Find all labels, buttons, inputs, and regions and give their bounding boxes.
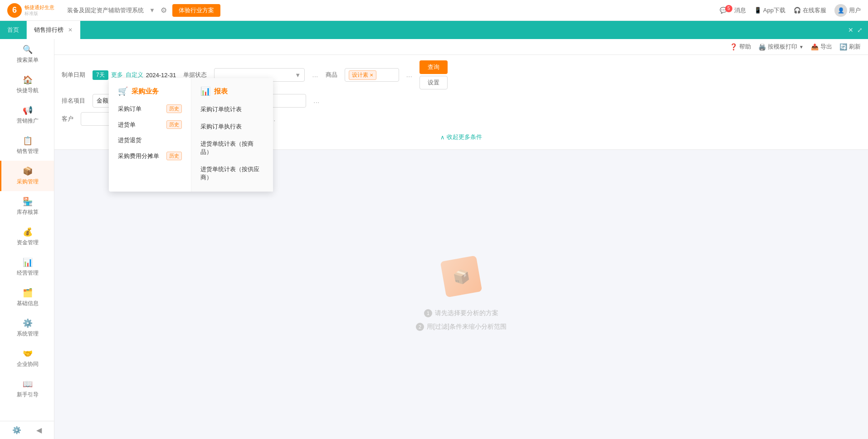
user-label: 用户: [849, 6, 861, 15]
sidebar-item-quicknav[interactable]: 🏠 快捷导航: [0, 69, 54, 100]
sidebar-item-operations[interactable]: 📊 经营管理: [0, 252, 54, 282]
export-icon: 📤: [811, 43, 819, 50]
notification-label: 消息: [734, 6, 746, 15]
dropdown-item-receipt-stats-supplier[interactable]: 进货单统计表（按供应商）: [191, 161, 273, 186]
dropdown-item-purchase-expense[interactable]: 采购费用分摊单 历史: [109, 148, 191, 164]
tab-sales-ranking-label: 销售排行榜: [34, 26, 63, 34]
query-button[interactable]: 查询: [419, 60, 448, 74]
dropdown-item-receipt-stats-goods[interactable]: 进货单统计表（按商品）: [191, 135, 273, 161]
dropdown-item-purchase-order[interactable]: 采购订单 历史: [109, 101, 191, 117]
template-print-arrow[interactable]: ▼: [799, 44, 804, 49]
dropdown-purchase-col: 🛒 采购业务 采购订单 历史 进货单 历史 进货退货 采购费用分摊单 历史: [109, 78, 191, 192]
template-print-item[interactable]: 🖨️ 按模板打印 ▼: [758, 43, 804, 51]
sidebar-item-inventory[interactable]: 🏪 库存核算: [0, 191, 54, 222]
history-badge-0: 历史: [166, 104, 182, 113]
empty-state: 📦 1 请先选择要分析的方案 2 用[过滤]条件来缩小分析范围: [54, 150, 868, 439]
gear-icon: ⚙️: [23, 318, 33, 328]
report-header-icon: 📊: [200, 86, 210, 96]
sidebar-item-purchase[interactable]: 📦 采购管理: [0, 161, 54, 191]
tab-close-btn[interactable]: ✕: [848, 26, 853, 34]
sidebar: 🔍 搜索菜单 🏠 快捷导航 📢 营销推广 📋 销售管理 📦 采购管理 🏪 库存核…: [0, 39, 54, 439]
print-icon: 🖨️: [758, 43, 766, 50]
dropdown-item-order-stats[interactable]: 采购订单统计表: [191, 101, 273, 118]
sidebar-item-finance[interactable]: 💰 资金管理: [0, 222, 54, 252]
history-badge-1: 历史: [166, 120, 182, 129]
rank-label: 排名项目: [62, 97, 85, 105]
home-icon: 🏠: [23, 75, 33, 85]
dropdown-item-order-exec[interactable]: 采购订单执行表: [191, 118, 273, 135]
date-value: 2024-12-31: [146, 72, 176, 79]
help-item[interactable]: ❓ 帮助: [730, 43, 751, 51]
empty-hint-2: 2 用[过滤]条件来缩小分析范围: [416, 323, 507, 331]
tab-sales-ranking[interactable]: 销售排行榜 ✕: [27, 21, 80, 39]
main-content: ❓ 帮助 🖨️ 按模板打印 ▼ 📤 导出 🔄 刷新 制单日期: [54, 39, 868, 439]
collapse-sidebar-icon[interactable]: ◀: [36, 426, 42, 434]
box-icon: 📦: [23, 166, 33, 176]
hint-circle-1: 1: [424, 309, 432, 317]
megaphone-icon: 📢: [23, 105, 33, 115]
sidebar-item-search[interactable]: 🔍 搜索菜单: [0, 39, 54, 69]
help-icon: ❓: [730, 43, 737, 50]
handshake-icon: 🤝: [23, 349, 33, 359]
money-icon: 💰: [23, 227, 33, 237]
date-7days[interactable]: 7天: [93, 70, 108, 80]
empty-illustration: 📦: [434, 258, 488, 304]
dropdown-item-goods-return[interactable]: 进货退货: [109, 133, 191, 148]
settings-bottom-icon[interactable]: ⚙️: [12, 426, 21, 434]
sidebar-item-marketing[interactable]: 📢 营销推广: [0, 100, 54, 130]
doc-status-dots[interactable]: ...: [312, 71, 318, 79]
action-col: 查询 设置: [419, 60, 448, 89]
goods-tag-close[interactable]: ✕: [370, 73, 373, 78]
tab-maximize-btn[interactable]: ⤢: [857, 26, 863, 34]
goods-dots[interactable]: ...: [406, 71, 412, 79]
collapse-text: 收起更多条件: [447, 133, 482, 141]
clipboard-icon: 📋: [23, 136, 33, 146]
logo-text: 畅捷通好生意 标准版: [24, 4, 54, 16]
system-title: 装备及固定资产辅助管理系统: [67, 6, 144, 15]
top-right: 💬 5 消息 📱 App下载 🎧 在线客服 👤 用户: [720, 4, 861, 17]
sidebar-item-newguide[interactable]: 📖 新手引导: [0, 374, 54, 404]
mobile-icon: 📱: [754, 7, 761, 14]
sidebar-item-basicinfo[interactable]: 🗂️ 基础信息: [0, 282, 54, 313]
search-icon: 🔍: [23, 44, 33, 54]
sidebar-item-collaboration[interactable]: 🤝 企业协同: [0, 343, 54, 374]
top-bar: 6 畅捷通好生意 标准版 装备及固定资产辅助管理系统 ▼ ⚙ 体验行业方案 💬 …: [0, 0, 868, 21]
dropdown-arrow-icon[interactable]: ▼: [149, 7, 155, 14]
avatar: 👤: [834, 4, 847, 17]
goods-label: 商品: [326, 71, 337, 79]
sidebar-item-sales[interactable]: 📋 销售管理: [0, 130, 54, 161]
dropdown-item-goods-receipt[interactable]: 进货单 历史: [109, 117, 191, 133]
customer-label: 客户: [62, 115, 73, 123]
user-item[interactable]: 👤 用户: [834, 4, 861, 17]
industry-btn[interactable]: 体验行业方案: [172, 4, 220, 17]
dropdown-report-col: 📊 报表 采购订单统计表 采购订单执行表 进货单统计表（按商品） 进货单统计表（…: [191, 78, 273, 192]
setting-button[interactable]: 设置: [419, 76, 448, 89]
date-label: 制单日期: [62, 71, 85, 79]
online-service-item[interactable]: 🎧 在线客服: [794, 6, 826, 15]
collapse-up-icon: ∧: [440, 134, 445, 141]
tab-close-icon[interactable]: ✕: [68, 27, 73, 33]
sidebar-bottom: ⚙️ ◀: [0, 421, 54, 439]
dropdown-menu: 🛒 采购业务 采购订单 历史 进货单 历史 进货退货 采购费用分摊单 历史: [109, 78, 273, 192]
store-icon: 🏪: [23, 197, 33, 207]
refresh-icon: 🔄: [839, 43, 847, 50]
book-icon: 📖: [23, 379, 33, 389]
settings-icon[interactable]: ⚙: [161, 6, 167, 15]
tab-bar: 首页 销售排行榜 ✕ ✕ ⤢: [0, 21, 868, 39]
notification-item[interactable]: 💬 5 消息: [720, 6, 746, 15]
notification-badge: 5: [725, 5, 732, 12]
app-download-item[interactable]: 📱 App下载: [754, 6, 785, 15]
refresh-item[interactable]: 🔄 刷新: [839, 43, 861, 51]
sidebar-item-system[interactable]: ⚙️ 系统管理: [0, 313, 54, 343]
tab-home-label: 首页: [7, 26, 19, 34]
folder-icon: 🗂️: [23, 288, 33, 298]
goods-tag: 设计素 ✕: [349, 70, 376, 80]
export-item[interactable]: 📤 导出: [811, 43, 832, 51]
history-badge-3: 历史: [166, 152, 182, 160]
goods-input[interactable]: 设计素 ✕: [345, 68, 399, 82]
doc-status-arrow: ▼: [295, 72, 301, 79]
tab-controls: ✕ ⤢: [848, 26, 868, 34]
purchase-header-icon: 🛒: [118, 86, 128, 96]
salesperson-dots[interactable]: ...: [313, 97, 319, 105]
tab-home[interactable]: 首页: [0, 21, 27, 39]
